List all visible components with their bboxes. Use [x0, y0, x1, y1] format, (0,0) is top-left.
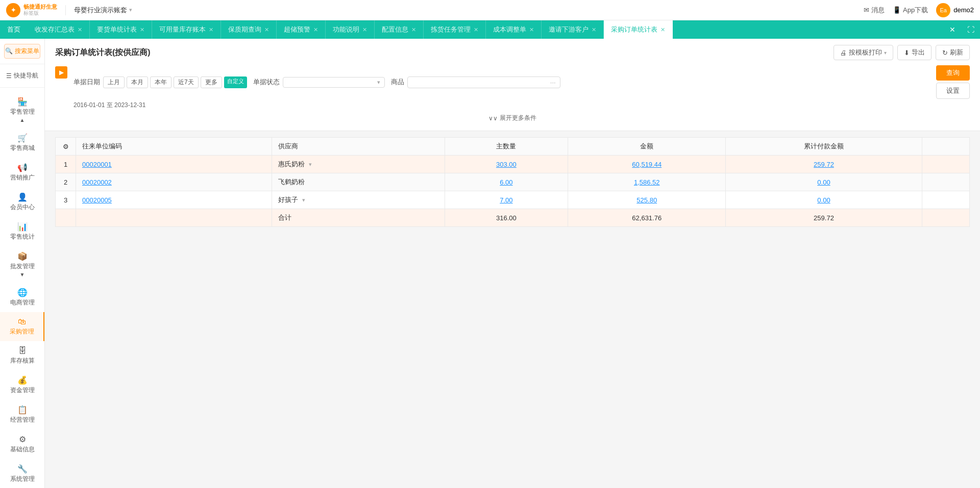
query-btn[interactable]: 查询	[936, 65, 970, 81]
shop-icon: 🛒	[17, 133, 28, 143]
unit-code-link[interactable]: 00020002	[82, 178, 112, 186]
unit-code-link[interactable]: 00020001	[82, 161, 112, 168]
amount-link[interactable]: 525.80	[636, 196, 657, 204]
sidebar-item-retail[interactable]: 🏪 零售管理 ▲	[0, 92, 44, 128]
logo-area: ✦ 畅捷通好生意 标签版	[6, 3, 57, 17]
filter-quick-btns: 上月 本月 本年 近7天	[103, 76, 247, 88]
tab-close-icon[interactable]: ✕	[592, 27, 596, 33]
sidebar-item-retail-stats[interactable]: 📊 零售统计	[0, 217, 44, 246]
expand-window-btn[interactable]: ⛶	[962, 20, 980, 39]
tab-close-icon[interactable]: ✕	[209, 27, 213, 33]
filter-goods-input[interactable]: ···	[407, 76, 560, 88]
table-settings-icon[interactable]: ⚙	[63, 143, 69, 150]
workspace-name: 母婴行业演示账套	[74, 6, 127, 15]
sidebar-item-purchase[interactable]: 🛍 采购管理	[0, 312, 44, 341]
tab-close-icon[interactable]: ✕	[78, 27, 82, 33]
tab-shoufa[interactable]: 收发存汇总表 ✕	[28, 20, 90, 39]
tab-close-icon[interactable]: ✕	[474, 27, 478, 33]
page-title-row: 采购订单统计表(按供应商) 🖨 按模板打印 ▾ ⬇ 导出 ↻ 刷新	[55, 45, 970, 60]
tab-close-icon[interactable]: ✕	[411, 27, 416, 33]
tab-close-icon[interactable]: ✕	[362, 27, 367, 33]
supplier-expand-icon[interactable]: ▾	[302, 197, 305, 203]
sidebar-quick-nav[interactable]: ☰ 快捷导航	[0, 67, 44, 84]
tab-paihuo[interactable]: 拣货任务管理 ✕	[424, 20, 486, 39]
tab-label: 配置信息	[382, 25, 408, 34]
amount-link[interactable]: 1,586.52	[634, 178, 660, 186]
finance-icon: 💰	[17, 375, 28, 385]
date-filter-label: 单据日期	[74, 78, 100, 87]
tab-close-icon[interactable]: ✕	[313, 27, 318, 33]
tab-label: 拣货任务管理	[431, 25, 471, 34]
more-options-icon[interactable]: ···	[550, 79, 556, 86]
main-layout: 🔍 搜索菜单 ☰ 快捷导航 🏪 零售管理 ▲ 🛒 零售商城 📢 营销推广 👤 会…	[0, 39, 980, 488]
app-download-btn[interactable]: 📱 App下载	[893, 6, 928, 15]
tab-close-icon[interactable]: ✕	[660, 27, 665, 33]
filter-this-month-btn[interactable]: 本月	[127, 76, 148, 88]
tab-yaohuo[interactable]: 要货单统计表 ✕	[90, 20, 152, 39]
expand-more-btn[interactable]: ∨∨ 展开更多条件	[488, 114, 536, 122]
sidebar-item-inventory[interactable]: 🗄 库存核算	[0, 341, 44, 370]
filter-status-group: 单据状态 ▾	[253, 77, 385, 88]
cell-paid: 0.00	[726, 191, 922, 209]
workspace-selector[interactable]: 母婴行业演示账套 ▾	[74, 6, 132, 15]
tab-chengben[interactable]: 成本调整单 ✕	[486, 20, 542, 39]
tab-close-icon[interactable]: ✕	[140, 27, 144, 33]
tab-caigou[interactable]: 采购订单统计表 ✕	[604, 20, 673, 39]
retail-icon: 🏪	[17, 97, 28, 107]
sidebar-item-marketing[interactable]: 📢 营销推广	[0, 158, 44, 187]
cell-quantity: 303.00	[445, 156, 568, 173]
sidebar-item-retail-shop[interactable]: 🛒 零售商城	[0, 128, 44, 158]
filter-settings-btn[interactable]: 设置	[936, 83, 970, 99]
refresh-icon: ↻	[942, 49, 948, 57]
paid-link[interactable]: 0.00	[817, 178, 830, 186]
paid-link[interactable]: 259.72	[814, 161, 834, 168]
sidebar-item-system[interactable]: 🔧 系统管理	[0, 459, 44, 488]
table-area: ⚙ 往来单位编码 供应商 主数量 金额 累计付款金额 1 000200	[45, 131, 980, 488]
cell-paid: 0.00	[726, 173, 922, 191]
print-btn[interactable]: 🖨 按模板打印 ▾	[834, 45, 893, 60]
filter-custom-badge[interactable]: 自定义	[224, 76, 247, 88]
quantity-link[interactable]: 7.00	[500, 196, 512, 204]
tab-baozhi[interactable]: 保质期查询 ✕	[221, 20, 277, 39]
close-tab-btn[interactable]: ✕	[943, 20, 962, 39]
tab-gongneng[interactable]: 功能说明 ✕	[326, 20, 375, 39]
sum-empty-2	[76, 209, 272, 227]
sidebar-item-operation[interactable]: 📋 经营管理	[0, 400, 44, 429]
tab-peizhi[interactable]: 配置信息 ✕	[375, 20, 424, 39]
search-menu-btn[interactable]: 🔍 搜索菜单	[4, 44, 40, 59]
filter-last-month-btn[interactable]: 上月	[103, 76, 125, 88]
tab-close-icon[interactable]: ✕	[529, 27, 534, 33]
unit-code-link[interactable]: 00020005	[82, 196, 112, 204]
sidebar-item-finance[interactable]: 💰 资金管理	[0, 370, 44, 400]
sidebar-item-wholesale[interactable]: 📦 批发管理 ▼	[0, 246, 44, 282]
tab-yaoqing[interactable]: 邀请下游客户 ✕	[542, 20, 604, 39]
quick-nav-icon: ☰	[6, 72, 12, 80]
tab-close-icon[interactable]: ✕	[264, 27, 269, 33]
sidebar-item-basic[interactable]: ⚙ 基础信息	[0, 429, 44, 459]
cell-empty	[922, 191, 969, 209]
tab-label: 功能说明	[333, 25, 359, 34]
amount-link[interactable]: 60,519.44	[632, 161, 662, 168]
quantity-link[interactable]: 303.00	[496, 161, 517, 168]
paid-link[interactable]: 0.00	[817, 196, 830, 204]
tab-home[interactable]: 首页	[0, 20, 28, 39]
user-area[interactable]: Ea demo2	[936, 3, 974, 17]
tab-label: 成本调整单	[493, 25, 526, 34]
quantity-link[interactable]: 6.00	[500, 178, 512, 186]
filter-this-year-btn[interactable]: 本年	[150, 76, 172, 88]
refresh-btn[interactable]: ↻ 刷新	[936, 45, 970, 60]
messages-btn[interactable]: ✉ 消息	[864, 6, 885, 15]
tab-chaochuxinyujing[interactable]: 超储预警 ✕	[277, 20, 326, 39]
sidebar-item-label: 电商管理	[10, 298, 35, 307]
sidebar-item-member[interactable]: 👤 会员中心	[0, 187, 44, 217]
supplier-expand-icon[interactable]: ▾	[309, 161, 312, 167]
tab-keyong[interactable]: 可用量库存账本 ✕	[152, 20, 221, 39]
export-btn[interactable]: ⬇ 导出	[897, 45, 932, 60]
filter-status-select[interactable]: ▾	[283, 77, 385, 88]
filter-toggle-btn[interactable]: ▶	[55, 66, 67, 79]
logo-icon: ✦	[6, 3, 20, 17]
tab-label: 邀请下游客户	[549, 25, 589, 34]
sidebar-item-ecommerce[interactable]: 🌐 电商管理	[0, 282, 44, 312]
filter-more-btn[interactable]: 更多	[201, 76, 222, 88]
filter-7days-btn[interactable]: 近7天	[174, 76, 199, 88]
